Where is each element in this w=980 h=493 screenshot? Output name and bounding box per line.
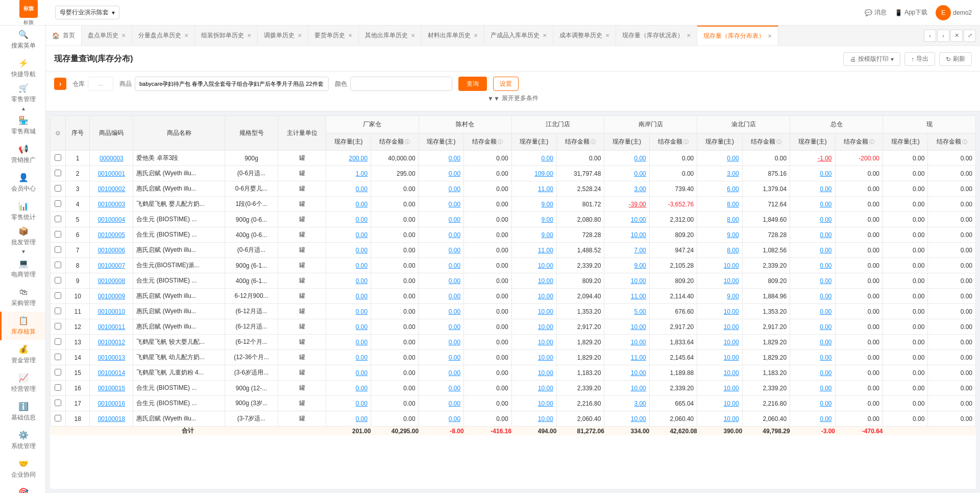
cell-jiangbei-qty[interactable]: 10.00 (511, 319, 556, 335)
cell-total-qty[interactable]: -1.00 (790, 151, 835, 166)
tab-requisition-history[interactable]: 要货单历史 ✕ (308, 26, 359, 46)
tab-cost-adjust[interactable]: 成本调整单历史 ✕ (553, 26, 616, 46)
cell-code[interactable]: 00100005 (90, 227, 133, 243)
cell-code[interactable]: 00100018 (90, 411, 133, 427)
cell-changjia-qty[interactable]: 0.00 (326, 273, 371, 289)
cell-changjia-qty[interactable]: 0.00 (326, 289, 371, 304)
export-btn[interactable]: ↑ 导出 (904, 52, 935, 66)
cell-changjia-qty[interactable]: 200.00 (326, 151, 371, 166)
cell-checkbox[interactable] (51, 197, 66, 212)
cell-code[interactable]: 0000003 (90, 151, 133, 166)
cell-checkbox[interactable] (51, 181, 66, 197)
cell-code[interactable]: 00100011 (90, 319, 133, 335)
cell-yubei-qty[interactable]: 3.00 (697, 166, 742, 181)
cell-jiangbei-qty[interactable]: 10.00 (511, 365, 556, 381)
cell-chencun-qty[interactable]: 0.00 (419, 411, 463, 427)
close-icon[interactable]: ✕ (411, 33, 415, 38)
warehouse-input[interactable] (88, 77, 113, 91)
cell-jiangbei-qty[interactable]: 9.00 (511, 212, 556, 227)
cell-code[interactable]: 00100013 (90, 350, 133, 365)
sidebar-item-wholesale[interactable]: 📦 批发管理 ▼ (0, 226, 45, 254)
cell-changjia-qty[interactable]: 0.00 (326, 181, 371, 197)
cell-total-qty[interactable]: 0.00 (790, 319, 835, 335)
filter-toggle-btn[interactable]: › (54, 78, 66, 90)
cell-jiangbei-qty[interactable]: 10.00 (511, 273, 556, 289)
tab-material-outbound[interactable]: 材料出库单历史 ✕ (422, 26, 484, 46)
close-icon[interactable]: ✕ (474, 33, 478, 38)
color-input[interactable] (350, 77, 452, 91)
cell-yubei-qty[interactable]: 10.00 (697, 396, 742, 411)
cell-chencun-qty[interactable]: 0.00 (419, 365, 463, 381)
cell-chencun-qty[interactable]: 0.00 (419, 381, 463, 396)
cell-total-qty[interactable]: 0.00 (790, 381, 835, 396)
cell-code[interactable]: 00100002 (90, 181, 133, 197)
cell-chencun-qty[interactable]: 0.00 (419, 350, 463, 365)
cell-nanan-qty[interactable]: 9.00 (604, 258, 649, 273)
sidebar-item-operations[interactable]: 📈 经营管理 (0, 369, 45, 397)
cell-nanan-qty[interactable]: -39.00 (604, 197, 649, 212)
cell-checkbox[interactable] (51, 381, 66, 396)
cell-code[interactable]: 00100010 (90, 304, 133, 319)
close-icon[interactable]: ✕ (687, 33, 691, 38)
cell-checkbox[interactable] (51, 319, 66, 335)
close-icon[interactable]: ✕ (121, 33, 126, 38)
close-icon[interactable]: ✕ (184, 33, 188, 38)
tab-transfer-history[interactable]: 调拨单历史 ✕ (258, 26, 308, 46)
cell-nanan-qty[interactable]: 10.00 (604, 212, 649, 227)
tab-stock-status[interactable]: 现存量（库存状况表） ✕ (616, 26, 697, 46)
cell-code[interactable]: 00100006 (90, 243, 133, 258)
cell-changjia-qty[interactable]: 0.00 (326, 335, 371, 350)
cell-yubei-qty[interactable]: 9.00 (697, 227, 742, 243)
cell-checkbox[interactable] (51, 243, 66, 258)
sidebar-item-purchasing[interactable]: 🛍 采购管理 (0, 283, 45, 312)
cell-yubei-qty[interactable]: 10.00 (697, 381, 742, 396)
user-area[interactable]: E demo2 (936, 5, 972, 20)
cell-jiangbei-qty[interactable]: 9.00 (511, 197, 556, 212)
cell-jiangbei-qty[interactable]: 10.00 (511, 381, 556, 396)
sidebar-item-basics[interactable]: ℹ️ 基础信息 (0, 397, 45, 426)
cell-nanan-qty[interactable]: 10.00 (604, 381, 649, 396)
cell-jiangbei-qty[interactable]: 10.00 (511, 289, 556, 304)
message-btn[interactable]: 💬 消息 (865, 8, 887, 17)
cell-code[interactable]: 00100012 (90, 335, 133, 350)
cell-yubei-qty[interactable]: 10.00 (697, 258, 742, 273)
close-icon[interactable]: ✕ (605, 33, 609, 38)
cell-total-qty[interactable]: 0.00 (790, 304, 835, 319)
tab-home[interactable]: 🏠 首页 (46, 26, 82, 46)
cell-changjia-qty[interactable]: 0.00 (326, 350, 371, 365)
cell-nanan-qty[interactable]: 10.00 (604, 365, 649, 381)
tab-stock-distribution[interactable]: 现存量（库存分布表） ✕ (697, 26, 778, 46)
cell-jiangbei-qty[interactable]: 10.00 (511, 258, 556, 273)
cell-jiangbei-qty[interactable]: 10.00 (511, 335, 556, 350)
cell-chencun-qty[interactable]: 0.00 (419, 335, 463, 350)
col-settings[interactable]: ⚙ (51, 116, 66, 151)
cell-nanan-qty[interactable]: 0.00 (604, 151, 649, 166)
cell-jiangbei-qty[interactable]: 11.00 (511, 243, 556, 258)
cell-yubei-qty[interactable]: 8.00 (697, 197, 742, 212)
sidebar-item-collab[interactable]: 🤝 企业协同 (0, 455, 45, 483)
cell-changjia-qty[interactable]: 0.00 (326, 365, 371, 381)
tab-partial-stocktake[interactable]: 分量盘点单历史 ✕ (132, 26, 195, 46)
cell-code[interactable]: 00100009 (90, 289, 133, 304)
cell-checkbox[interactable] (51, 304, 66, 319)
cell-total-qty[interactable]: 0.00 (790, 289, 835, 304)
cell-total-qty[interactable]: 0.00 (790, 258, 835, 273)
cell-total-qty[interactable]: 0.00 (790, 212, 835, 227)
cell-yubei-qty[interactable]: 10.00 (697, 411, 742, 427)
cell-yubei-qty[interactable]: 10.00 (697, 350, 742, 365)
sidebar-item-retail-mall[interactable]: 🏪 零售商城 (0, 111, 45, 140)
sidebar-item-retail-stats[interactable]: 📊 零售统计 (0, 197, 45, 226)
sidebar-item-guide[interactable]: 🎯 新手引导 (0, 483, 45, 493)
cell-yubei-qty[interactable]: 10.00 (697, 319, 742, 335)
cell-yubei-qty[interactable]: 10.00 (697, 365, 742, 381)
cell-total-qty[interactable]: 0.00 (790, 273, 835, 289)
cell-checkbox[interactable] (51, 335, 66, 350)
cell-total-qty[interactable]: 0.00 (790, 181, 835, 197)
cell-jiangbei-qty[interactable]: 109.00 (511, 166, 556, 181)
cell-code[interactable]: 00100001 (90, 166, 133, 181)
cell-code[interactable]: 00100015 (90, 381, 133, 396)
cell-jiangbei-qty[interactable]: 10.00 (511, 304, 556, 319)
cell-jiangbei-qty[interactable]: 10.00 (511, 350, 556, 365)
cell-changjia-qty[interactable]: 0.00 (326, 243, 371, 258)
cell-total-qty[interactable]: 0.00 (790, 335, 835, 350)
